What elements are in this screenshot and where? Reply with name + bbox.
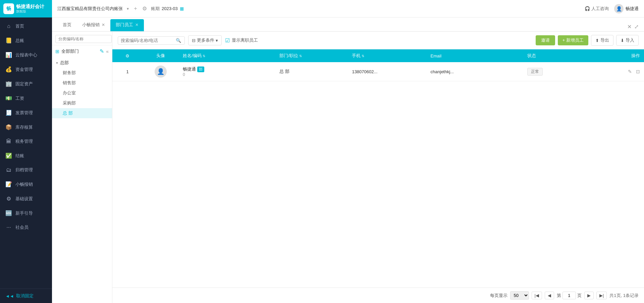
tab-close-all-icon[interactable]: ✕ — [627, 24, 632, 30]
employee-table-container: ⚙ 头像 姓名/编码 部门/职位 手机 Email 状态 操作 1 — [112, 49, 644, 288]
sidebar-item-invoice[interactable]: 🧾 发票管理 — [0, 105, 52, 120]
tab-window-controls: ✕ ⤢ — [627, 24, 639, 31]
dept-child-sales[interactable]: 销售部 — [52, 78, 112, 88]
dept-child-general[interactable]: 总 部 — [52, 108, 112, 118]
tab-department[interactable]: 部门员工 ✕ — [110, 19, 144, 31]
assets-icon: 🏢 — [5, 81, 12, 87]
sidebar-item-guide[interactable]: 🆕 新手引导 — [0, 206, 52, 220]
sidebar-item-funds[interactable]: 💰 资金管理 — [0, 62, 52, 77]
topbar-settings-icon[interactable]: ⚙ — [142, 5, 147, 12]
page-next-button[interactable]: ▶ — [584, 292, 594, 299]
tab-department-close[interactable]: ✕ — [135, 23, 139, 27]
inventory-icon: 📦 — [5, 124, 12, 130]
guide-icon: 🆕 — [5, 210, 12, 216]
support-button[interactable]: 🎧 人工咨询 — [585, 6, 609, 12]
employee-dept-badge: 部 — [197, 67, 204, 72]
sidebar-label-assets: 固定资产 — [15, 81, 33, 87]
table-header: ⚙ 头像 姓名/编码 部门/职位 手机 Email 状态 操作 — [112, 49, 644, 62]
th-settings[interactable]: ⚙ — [112, 49, 143, 62]
page-input[interactable] — [562, 292, 576, 299]
support-label: 人工咨询 — [591, 6, 609, 12]
dept-panel: 🔍 ⊞ 全部部门 ✎ « ▼ 总部 财务部 — [52, 32, 112, 303]
period-label: 账期 — [151, 6, 160, 12]
sidebar-item-closing[interactable]: ✅ 结账 — [0, 148, 52, 163]
sidebar-logo: 畅 畅捷通好会计 旗舰版 — [0, 0, 52, 17]
company-name[interactable]: 江西服宝精品有限责任公司内账张 — [57, 6, 123, 12]
expense-icon: 📝 — [5, 181, 12, 187]
employee-search-input[interactable] — [121, 38, 174, 43]
filter-button[interactable]: ⊟ 更多条件 ▾ — [188, 35, 222, 45]
import-button[interactable]: ⬇ 导入 — [616, 35, 639, 46]
page-last-button[interactable]: ▶| — [596, 292, 607, 299]
sidebar-item-salary[interactable]: 💵 工资 — [0, 91, 52, 105]
name-badge-area: 畅捷通 部 — [183, 66, 204, 72]
tab-expense[interactable]: 小畅报销 ✕ — [77, 19, 110, 31]
dept-header: ⊞ 全部部门 ✎ « — [52, 45, 112, 57]
home-icon: ⌂ — [5, 23, 12, 29]
show-resigned-toggle[interactable]: ☑ 显示离职员工 — [225, 37, 258, 44]
th-email: Email — [427, 49, 523, 62]
dept-child-purchasing[interactable]: 采购部 — [52, 98, 112, 108]
add-employee-button[interactable]: + 新增员工 — [558, 35, 588, 45]
dept-child-office[interactable]: 办公室 — [52, 88, 112, 98]
sidebar-item-settings[interactable]: ⚙ 基础设置 — [0, 191, 52, 206]
sidebar-item-ledger[interactable]: 📒 总账 — [0, 33, 52, 48]
dept-parent-item[interactable]: ▼ 总部 — [52, 58, 112, 68]
reports-icon: 📊 — [5, 52, 12, 58]
th-avatar: 头像 — [143, 49, 179, 62]
sidebar-item-home[interactable]: ⌂ 首页 — [0, 19, 52, 33]
sidebar-item-assets[interactable]: 🏢 固定资产 — [0, 77, 52, 91]
closing-icon: ✅ — [5, 153, 12, 159]
sidebar-item-more[interactable]: ··· 社会员 — [0, 220, 52, 234]
page-prev-button[interactable]: ◀ — [545, 292, 554, 299]
checkbox-checked-icon: ☑ — [225, 37, 230, 44]
dept-collapse-icon[interactable]: « — [106, 49, 109, 54]
tab-expand-icon[interactable]: ⤢ — [634, 24, 639, 30]
period-value: 2023-03 — [162, 6, 178, 11]
main-content: 江西服宝精品有限责任公司内账张 ▾ ＋ ⚙ 账期 2023-03 ▦ 🎧 人工咨… — [52, 0, 644, 303]
tab-expense-label: 小畅报销 — [82, 22, 100, 28]
headset-icon: 🎧 — [585, 6, 590, 11]
invoice-icon: 🧾 — [5, 110, 12, 116]
edit-button[interactable]: ✎ — [628, 69, 632, 74]
dept-child-finance[interactable]: 财务部 — [52, 68, 112, 78]
logo-text-area: 畅捷通好会计 旗舰版 — [16, 4, 44, 14]
sidebar-label-more: 社会员 — [15, 224, 29, 230]
dept-search-input[interactable] — [55, 35, 112, 43]
dept-tree: ▼ 总部 财务部 销售部 办公室 采购部 总 部 — [52, 57, 112, 303]
th-name[interactable]: 姓名/编码 — [179, 49, 275, 62]
sidebar-label-expense: 小畅报销 — [15, 181, 33, 187]
employee-search-icon[interactable]: 🔍 — [176, 38, 181, 43]
invite-button[interactable]: 邀请 — [536, 35, 555, 45]
sidebar-item-tax[interactable]: 🏛 税务管理 — [0, 134, 52, 148]
add-company-icon[interactable]: ＋ — [133, 5, 138, 12]
user-area[interactable]: 👤 畅捷通 — [614, 4, 639, 13]
page-total-label: 共1页, 1条记录 — [609, 293, 639, 299]
tab-home[interactable]: 首页 — [57, 19, 77, 31]
tab-home-label: 首页 — [63, 22, 71, 28]
delete-button[interactable]: ⊡ — [636, 69, 640, 74]
page-input-area: 第 页 — [557, 292, 582, 299]
page-first-button[interactable]: |◀ — [532, 292, 542, 299]
sidebar-label-funds: 资金管理 — [15, 67, 33, 73]
export-button[interactable]: ⬆ 导出 — [591, 35, 613, 46]
sidebar-item-inventory[interactable]: 📦 库存核算 — [0, 120, 52, 134]
th-dept[interactable]: 部门/职位 — [275, 49, 348, 62]
page-size-select[interactable]: 50 100 200 — [510, 291, 529, 300]
sidebar-item-reports[interactable]: 📊 云报表中心 — [0, 48, 52, 62]
sidebar-item-archive[interactable]: 🗂 归档管理 — [0, 163, 52, 177]
sidebar-pin-toggle[interactable]: ◄◄ 取消固定 — [0, 289, 52, 303]
salary-icon: 💵 — [5, 95, 12, 101]
filter-chevron-icon: ▾ — [216, 38, 218, 43]
sidebar-item-expense[interactable]: 📝 小畅报销 — [0, 177, 52, 191]
company-dropdown-icon[interactable]: ▾ — [127, 6, 129, 11]
archive-icon: 🗂 — [5, 167, 12, 173]
dept-all-button[interactable]: ⊞ 全部部门 — [55, 48, 79, 54]
calendar-icon[interactable]: ▦ — [180, 6, 184, 11]
tab-expense-close[interactable]: ✕ — [102, 23, 105, 27]
dept-edit-button[interactable]: ✎ — [100, 48, 104, 54]
logo-title: 畅捷通好会计 — [16, 4, 44, 9]
cell-actions: ✎ ⊡ — [584, 62, 644, 81]
cell-status: 正常 — [523, 62, 584, 81]
th-phone[interactable]: 手机 — [348, 49, 426, 62]
